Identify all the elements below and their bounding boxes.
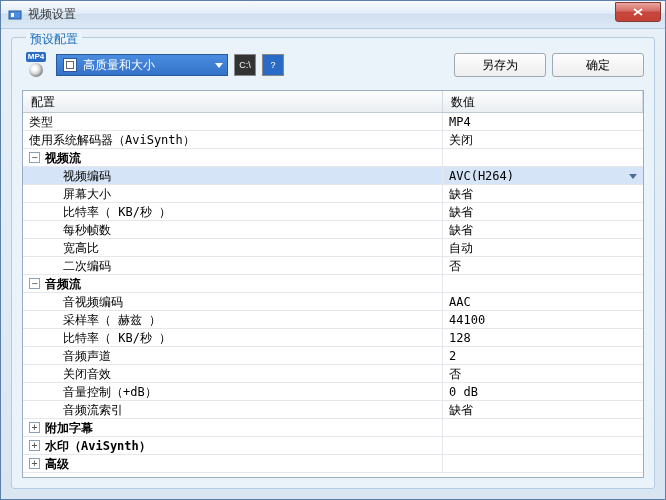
cell-name: 采样率（ 赫兹 ） [23, 311, 443, 328]
grid-row-screen-size[interactable]: 屏幕大小缺省 [23, 185, 643, 203]
cell-name: 比特率（ KB/秒 ） [23, 203, 443, 220]
chevron-down-icon [215, 63, 223, 68]
cell-name: 类型 [23, 113, 443, 130]
grid-row-avisynth-decoder[interactable]: 使用系统解码器（AviSynth）关闭 [23, 131, 643, 149]
row-label: 视频流 [45, 149, 81, 167]
row-label: 水印（AviSynth） [45, 437, 151, 455]
grid-row-video-encoding[interactable]: 视频编码AVC(H264) [23, 167, 643, 185]
cell-value[interactable]: 缺省 [443, 185, 643, 202]
cell-value[interactable]: AAC [443, 293, 643, 310]
cell-value[interactable]: 0 dB [443, 383, 643, 400]
mp4-format-icon: MP4 [22, 52, 50, 78]
cell-name: 音视频编码 [23, 293, 443, 310]
cell-name: −视频流 [23, 149, 443, 166]
window-title: 视频设置 [28, 6, 615, 23]
row-label: 比特率（ KB/秒 ） [63, 203, 171, 221]
grid-row-watermark[interactable]: +水印（AviSynth） [23, 437, 643, 455]
cell-name: 二次编码 [23, 257, 443, 274]
cell-value[interactable]: 关闭 [443, 131, 643, 148]
cell-name: 视频编码 [23, 167, 443, 184]
grid-row-subtitles[interactable]: +附加字幕 [23, 419, 643, 437]
grid-row-advanced[interactable]: +高级 [23, 455, 643, 473]
grid-row-disable-audio[interactable]: 关闭音效否 [23, 365, 643, 383]
cell-value[interactable]: AVC(H264) [443, 167, 643, 184]
row-label: 音量控制（+dB） [63, 383, 157, 401]
cell-name: 宽高比 [23, 239, 443, 256]
preset-dropdown[interactable]: 高质量和大小 [56, 54, 228, 76]
grid-row-audio-stream[interactable]: −音频流 [23, 275, 643, 293]
row-label: 采样率（ 赫兹 ） [63, 311, 161, 329]
row-label: 关闭音效 [63, 365, 111, 383]
cell-value[interactable]: 2 [443, 347, 643, 364]
cell-value[interactable]: 缺省 [443, 401, 643, 418]
terminal-button[interactable]: C:\ [234, 54, 256, 76]
grid-row-volume-control[interactable]: 音量控制（+dB）0 dB [23, 383, 643, 401]
row-label: 音频声道 [63, 347, 111, 365]
collapse-icon[interactable]: − [29, 278, 40, 289]
grid-row-sample-rate[interactable]: 采样率（ 赫兹 ）44100 [23, 311, 643, 329]
row-label: 音视频编码 [63, 293, 123, 311]
settings-grid: 配置 数值 类型MP4使用系统解码器（AviSynth）关闭−视频流视频编码AV… [22, 90, 644, 478]
cell-value[interactable]: 否 [443, 365, 643, 382]
cell-name: −音频流 [23, 275, 443, 292]
expand-icon[interactable]: + [29, 440, 40, 451]
grid-row-audio-channels[interactable]: 音频声道2 [23, 347, 643, 365]
cell-value[interactable]: 缺省 [443, 221, 643, 238]
row-label: 二次编码 [63, 257, 111, 275]
row-label: 使用系统解码器（AviSynth） [29, 131, 195, 149]
column-header-value[interactable]: 数值 [443, 91, 643, 112]
grid-header: 配置 数值 [23, 91, 643, 113]
cell-name: 音频流索引 [23, 401, 443, 418]
window: 视频设置 预设配置 MP4 高质量和大小 C:\ ? 另存为 [0, 0, 666, 500]
cell-name: 屏幕大小 [23, 185, 443, 202]
preset-fieldset: 预设配置 MP4 高质量和大小 C:\ ? 另存为 确定 [11, 37, 655, 489]
grid-row-audio-encoding[interactable]: 音视频编码AAC [23, 293, 643, 311]
row-label: 高级 [45, 455, 69, 473]
cell-name: 音频声道 [23, 347, 443, 364]
cell-name: 每秒帧数 [23, 221, 443, 238]
close-button[interactable] [615, 2, 661, 22]
save-as-button[interactable]: 另存为 [454, 53, 546, 77]
cell-value[interactable]: 44100 [443, 311, 643, 328]
cell-name: 比特率（ KB/秒 ） [23, 329, 443, 346]
cell-value[interactable]: 否 [443, 257, 643, 274]
cell-name: +附加字幕 [23, 419, 443, 436]
cell-value [443, 275, 643, 292]
column-header-name[interactable]: 配置 [23, 91, 443, 112]
row-label: 每秒帧数 [63, 221, 111, 239]
expand-icon[interactable]: + [29, 422, 40, 433]
svg-rect-0 [9, 11, 21, 19]
cell-value[interactable]: 自动 [443, 239, 643, 256]
row-label: 附加字幕 [45, 419, 93, 437]
grid-row-fps[interactable]: 每秒帧数缺省 [23, 221, 643, 239]
titlebar: 视频设置 [1, 1, 665, 29]
grid-row-audio-index[interactable]: 音频流索引缺省 [23, 401, 643, 419]
grid-row-audio-bitrate[interactable]: 比特率（ KB/秒 ）128 [23, 329, 643, 347]
row-label: 视频编码 [63, 167, 111, 185]
cell-name: +高级 [23, 455, 443, 472]
svg-rect-1 [11, 13, 14, 17]
content-area: 预设配置 MP4 高质量和大小 C:\ ? 另存为 确定 [1, 29, 665, 499]
collapse-icon[interactable]: − [29, 152, 40, 163]
grid-row-type[interactable]: 类型MP4 [23, 113, 643, 131]
grid-row-two-pass[interactable]: 二次编码否 [23, 257, 643, 275]
cell-name: 关闭音效 [23, 365, 443, 382]
app-icon [7, 7, 23, 23]
grid-body: 类型MP4使用系统解码器（AviSynth）关闭−视频流视频编码AVC(H264… [23, 113, 643, 473]
row-label: 类型 [29, 113, 53, 131]
cell-value [443, 419, 643, 436]
grid-row-bitrate-kb[interactable]: 比特率（ KB/秒 ）缺省 [23, 203, 643, 221]
preset-dropdown-text: 高质量和大小 [83, 57, 221, 74]
help-button[interactable]: ? [262, 54, 284, 76]
expand-icon[interactable]: + [29, 458, 40, 469]
preset-legend: 预设配置 [26, 31, 82, 48]
grid-row-video-stream[interactable]: −视频流 [23, 149, 643, 167]
ok-button[interactable]: 确定 [552, 53, 644, 77]
cell-value[interactable]: 128 [443, 329, 643, 346]
row-label: 宽高比 [63, 239, 99, 257]
grid-row-aspect-ratio[interactable]: 宽高比自动 [23, 239, 643, 257]
cell-name: 音量控制（+dB） [23, 383, 443, 400]
cell-value[interactable]: 缺省 [443, 203, 643, 220]
cell-value[interactable]: MP4 [443, 113, 643, 130]
row-label: 音频流 [45, 275, 81, 293]
